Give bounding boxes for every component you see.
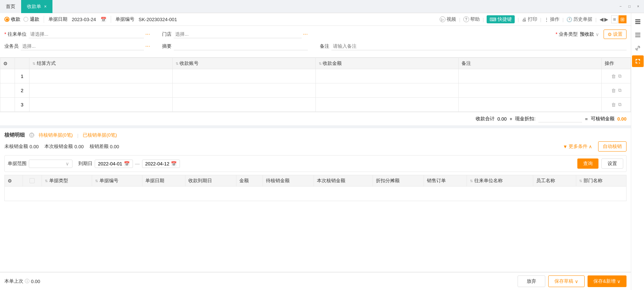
zhejian-input[interactable] bbox=[538, 115, 582, 122]
row2-jine[interactable] bbox=[315, 83, 459, 98]
row3-copy-icon[interactable]: ⧉ bbox=[618, 102, 621, 107]
window-close-button[interactable]: × bbox=[635, 4, 641, 9]
row2-zhanghu[interactable] bbox=[172, 83, 315, 98]
more-conditions-button[interactable]: ▼ 更多条件 ∧ bbox=[563, 143, 592, 150]
radio-tuikuan[interactable]: 退款 bbox=[23, 16, 39, 23]
calendar-icon[interactable]: 📅 bbox=[101, 17, 106, 22]
row3-delete-icon[interactable]: 🗑 bbox=[611, 102, 616, 107]
view-list-button[interactable]: ≡ bbox=[611, 15, 618, 23]
save-new-arrow-icon[interactable]: ∨ bbox=[617, 279, 621, 284]
save-draft-arrow-icon[interactable]: ∨ bbox=[575, 279, 578, 284]
radio-tuikuan-circle bbox=[23, 17, 28, 22]
wanglai-input[interactable] bbox=[29, 30, 144, 38]
row2-beizhu[interactable] bbox=[459, 83, 602, 98]
row3-jine[interactable] bbox=[315, 98, 459, 112]
zhaiyao-input[interactable] bbox=[174, 42, 308, 50]
beizhu-input[interactable] bbox=[331, 42, 627, 50]
mendian-input[interactable] bbox=[174, 30, 302, 38]
yewuyuan-label: 业务员 bbox=[4, 43, 19, 50]
auto-hexiao-button[interactable]: 自动核销 bbox=[598, 141, 627, 152]
row1-jine[interactable] bbox=[315, 69, 459, 83]
nav-arrows: ◀ ▶ bbox=[600, 16, 608, 22]
view-grid-button[interactable]: ⊞ bbox=[619, 15, 627, 23]
col-checkbox[interactable] bbox=[23, 175, 42, 187]
yewuyuan-input[interactable] bbox=[21, 42, 144, 50]
window-minimize-button[interactable]: − bbox=[618, 4, 624, 9]
row3-jiesuan-input[interactable] bbox=[30, 98, 172, 111]
nav-right-icon[interactable]: ▶ bbox=[604, 16, 608, 22]
kuaijian-button[interactable]: ⌨ 快捷键 bbox=[487, 15, 515, 23]
settings-button[interactable]: ⚙ 设置 bbox=[604, 30, 627, 39]
row3-setting bbox=[0, 98, 15, 112]
row3-jiesuan[interactable] bbox=[30, 98, 173, 112]
col-setting-header[interactable]: ⚙ bbox=[0, 58, 15, 69]
tab-active[interactable]: 收款单 × bbox=[21, 0, 52, 13]
tab-home[interactable]: 首页 bbox=[0, 0, 21, 13]
row3-zhanghu[interactable] bbox=[172, 98, 315, 112]
tab-active-label: 收款单 bbox=[27, 3, 41, 10]
row2-jiesuan[interactable] bbox=[30, 83, 173, 98]
mendian-more-icon[interactable]: ··· bbox=[303, 31, 308, 37]
help-action[interactable]: ? 帮助 bbox=[463, 16, 480, 23]
query-button[interactable]: 查询 bbox=[577, 158, 598, 169]
row3-zhanghu-input[interactable] bbox=[173, 98, 315, 111]
select-all-checkbox[interactable] bbox=[30, 178, 35, 183]
row1-delete-icon[interactable]: 🗑 bbox=[611, 74, 616, 79]
tab-close-icon[interactable]: × bbox=[44, 4, 47, 9]
yewuyuan-more-icon[interactable]: ··· bbox=[145, 43, 150, 49]
row2-copy-icon[interactable]: ⧉ bbox=[618, 87, 621, 93]
sidebar-list-icon[interactable] bbox=[632, 29, 644, 41]
save-new-button[interactable]: 保存&新增 ∨ bbox=[588, 275, 627, 287]
abandon-button[interactable]: 放弃 bbox=[518, 275, 545, 287]
row2-delete-icon[interactable]: 🗑 bbox=[611, 88, 616, 93]
col-gear[interactable]: ⚙ bbox=[5, 175, 23, 187]
date-to-picker[interactable]: 2022-04-12 📅 bbox=[142, 160, 180, 168]
filter-setting-button[interactable]: 设置 bbox=[601, 158, 623, 169]
row2-jine-input[interactable] bbox=[316, 83, 459, 97]
window-maximize-button[interactable]: □ bbox=[627, 4, 632, 9]
row2-beizhu-input[interactable] bbox=[459, 83, 601, 97]
wei-value: 0.00 bbox=[30, 144, 39, 149]
form-row-1: 往来单位 ··· 门店 ··· 业务类型 预收款 ∨ ⚙ 设置 bbox=[4, 30, 627, 39]
calendar-from-icon: 📅 bbox=[124, 161, 130, 166]
sidebar-expand-icon[interactable] bbox=[632, 55, 644, 67]
print-icon: 🖨 bbox=[522, 17, 527, 22]
row1-beizhu-input[interactable] bbox=[459, 69, 601, 83]
row1-jiesuan[interactable] bbox=[30, 69, 173, 83]
caozuo-action[interactable]: ⋮ 操作 bbox=[544, 16, 559, 23]
table-area: ⚙ ⇅ 结算方式 ⇅ 收款账号 ⇅ 收款金额 bbox=[0, 58, 631, 112]
row1-jiesuan-input[interactable] bbox=[30, 69, 172, 83]
row1-zhanghu[interactable] bbox=[172, 69, 315, 83]
wanglai-more-icon[interactable]: ··· bbox=[145, 31, 150, 37]
row1-setting bbox=[0, 69, 15, 83]
print-action[interactable]: 🖨 打印 bbox=[522, 16, 537, 23]
save-draft-button[interactable]: 保存草稿 ∨ bbox=[548, 275, 585, 287]
tab-pending[interactable]: 待核销单据(0笔) bbox=[39, 132, 73, 138]
row1-jine-input[interactable] bbox=[316, 69, 459, 83]
row1-zhanghu-input[interactable] bbox=[173, 69, 315, 83]
fangwei-select[interactable]: ∨ bbox=[29, 160, 72, 168]
tab-done[interactable]: 已核销单据(0笔) bbox=[83, 132, 117, 138]
sidebar-table-icon[interactable] bbox=[632, 16, 644, 28]
row1-beizhu[interactable] bbox=[459, 69, 602, 83]
sidebar-link-icon[interactable] bbox=[632, 42, 644, 54]
nav-left-icon[interactable]: ◀ bbox=[600, 16, 604, 22]
radio-shoukuan-circle bbox=[4, 17, 9, 22]
beizhu-label: 备注 bbox=[320, 43, 329, 50]
video-action[interactable]: ▷ 视频 bbox=[440, 16, 456, 23]
yewu-dropdown-icon[interactable]: ∨ bbox=[596, 32, 599, 37]
row3-beizhu[interactable] bbox=[459, 98, 602, 112]
bottom-stat-info-icon[interactable]: ⓘ bbox=[25, 278, 30, 285]
row3-jine-input[interactable] bbox=[316, 98, 459, 111]
date-from-picker[interactable]: 2022-04-01 📅 bbox=[95, 160, 133, 168]
history-action[interactable]: 🕐 历史单据 bbox=[566, 16, 592, 23]
hexiao-info-icon[interactable]: ⓘ bbox=[29, 133, 34, 138]
row1-copy-icon[interactable]: ⧉ bbox=[618, 73, 621, 79]
radio-shoukuan[interactable]: 收款 bbox=[4, 16, 20, 23]
chevron-up-icon: ∧ bbox=[589, 144, 592, 149]
row3-beizhu-input[interactable] bbox=[459, 98, 601, 111]
row2-zhanghu-input[interactable] bbox=[173, 83, 315, 97]
bottom-actions: 放弃 保存草稿 ∨ 保存&新增 ∨ bbox=[518, 275, 627, 287]
row2-jiesuan-input[interactable] bbox=[30, 83, 172, 97]
col-num-header bbox=[15, 58, 30, 69]
